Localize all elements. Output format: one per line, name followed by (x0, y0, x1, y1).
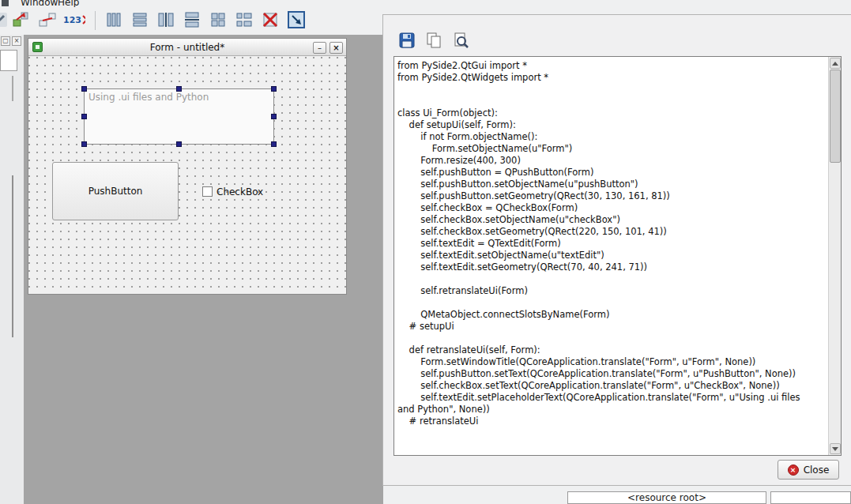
textedit-placeholder: Using .ui files and Python (85, 89, 273, 105)
checkbox-indicator[interactable] (202, 186, 213, 197)
code-preview-dialog: from PySide2.QtGui import * from PySide2… (382, 14, 851, 486)
tab-order-label: 123 (63, 15, 81, 25)
selection-handle-se[interactable] (271, 141, 277, 147)
minimize-button[interactable]: – (313, 42, 326, 54)
resource-root-item[interactable]: <resource root> (567, 491, 766, 504)
adjust-size-icon[interactable] (285, 9, 307, 31)
close-window-button[interactable]: × (329, 42, 343, 54)
dock-restore-icon[interactable]: ▢ (1, 36, 10, 46)
close-dialog-button[interactable]: × Close (778, 460, 839, 480)
resource-side-panel[interactable] (770, 491, 851, 504)
left-dock-strip: ▢ × (0, 35, 24, 504)
close-circle-icon: × (788, 465, 799, 476)
menubar: Window Help (0, 0, 851, 7)
resource-root-label: <resource root> (627, 492, 706, 503)
layout-horizontal-icon[interactable] (103, 9, 125, 31)
save-icon[interactable] (396, 29, 418, 51)
form-window-titlebar[interactable]: Form - untitled* – × (28, 39, 346, 56)
form-canvas[interactable]: Using .ui files and Python PushButton Ch… (28, 57, 346, 294)
form-designer-window: Form - untitled* – × Using .ui files and… (28, 38, 347, 295)
layout-splitter-vertical-icon[interactable] (181, 9, 203, 31)
scrollbar-thumb[interactable] (830, 70, 841, 163)
form-window-title: Form - untitled* (28, 42, 346, 53)
edit-buddies-icon[interactable] (36, 9, 58, 31)
selection-handle-n[interactable] (176, 86, 182, 92)
selection-handle-e[interactable] (271, 114, 277, 119)
selection-handle-sw[interactable] (81, 141, 87, 147)
close-button-label: Close (804, 465, 830, 476)
generated-python-code[interactable]: from PySide2.QtGui import * from PySide2… (397, 60, 825, 452)
checkbox-label: CheckBox (217, 186, 263, 197)
scroll-up-icon[interactable] (830, 58, 841, 69)
layout-vertical-icon[interactable] (129, 9, 151, 31)
layout-splitter-horizontal-icon[interactable] (155, 9, 177, 31)
layout-form-icon[interactable] (233, 9, 255, 31)
copy-icon[interactable] (423, 29, 445, 51)
textedit-widget[interactable]: Using .ui files and Python (84, 88, 274, 145)
menu-help[interactable]: Help (58, 0, 79, 7)
code-editor[interactable]: from PySide2.QtGui import * from PySide2… (393, 56, 842, 456)
layout-grid-icon[interactable] (207, 9, 229, 31)
selection-handle-nw[interactable] (81, 86, 87, 92)
selection-handle-w[interactable] (81, 114, 87, 119)
dock-widget-sliver[interactable] (0, 50, 17, 71)
find-icon[interactable] (450, 29, 472, 51)
selection-handle-s[interactable] (176, 141, 182, 147)
dock-divider-top (12, 76, 13, 101)
menu-window[interactable]: Window (21, 0, 58, 7)
form-window-icon (32, 42, 43, 52)
app-root: Window Help 123 (0, 0, 851, 504)
app-menu-icon[interactable] (2, 0, 9, 6)
toolbar-separator (95, 11, 96, 30)
break-layout-icon[interactable] (259, 9, 281, 31)
mdi-area: Form - untitled* – × Using .ui files and… (24, 35, 383, 504)
pushbutton-widget[interactable]: PushButton (52, 162, 179, 220)
dock-divider-bottom (12, 175, 13, 337)
checkbox-widget[interactable]: CheckBox (202, 175, 282, 208)
scroll-down-icon[interactable] (830, 443, 841, 454)
dock-close-icon[interactable]: × (12, 36, 21, 46)
selection-handle-ne[interactable] (271, 86, 277, 92)
vertical-scrollbar[interactable] (828, 57, 841, 455)
edit-tab-order-icon[interactable]: 123 (63, 9, 85, 31)
edit-signals-slots-icon[interactable] (9, 9, 32, 31)
